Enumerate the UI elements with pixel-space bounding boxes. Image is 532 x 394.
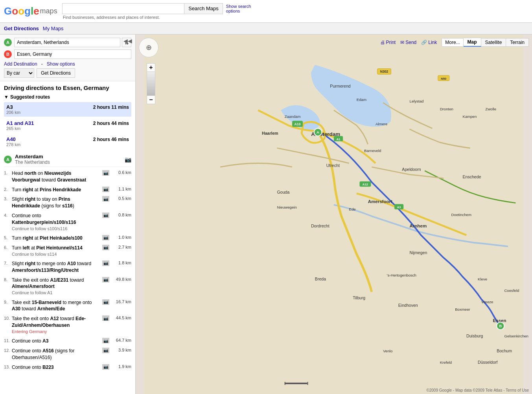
- step-7-text: Slight right to merge onto A10 toward Am…: [12, 260, 100, 274]
- header: Google maps Search Maps Show search opti…: [0, 0, 532, 23]
- svg-text:Zaandam: Zaandam: [285, 114, 301, 119]
- transport-select[interactable]: By car By transit Walking: [4, 68, 34, 78]
- svg-text:A1: A1: [337, 137, 341, 141]
- link-link[interactable]: 🔗 Link: [421, 40, 437, 45]
- route-option-a3[interactable]: A3 2 hours 11 mins 206 km: [4, 102, 131, 117]
- route-a40-link[interactable]: A40: [6, 136, 16, 142]
- show-options-link[interactable]: Show options: [47, 61, 75, 67]
- step-2-dist: 1.1 km: [112, 187, 131, 191]
- step-10-text: Take the exit onto A12 toward Ede-Zuid/A…: [12, 315, 100, 335]
- route-a1-a31-link[interactable]: A1 and A31: [6, 120, 34, 126]
- step-3-row: 3. Slight right to stay on Prins Hendrik…: [4, 195, 131, 210]
- zoom-out-button[interactable]: −: [147, 95, 155, 104]
- step-12-num: 12.: [4, 348, 12, 353]
- route-a1-a31-name[interactable]: A1 and A31: [6, 120, 34, 126]
- step-9-text: Take exit 15-Barneveld to merge onto A30…: [12, 299, 100, 313]
- step-8-photo-icon[interactable]: 📷: [102, 277, 109, 282]
- suggested-routes-header[interactable]: ▼ Suggested routes: [4, 94, 131, 100]
- transport-row: By car By transit Walking Get Directions: [4, 68, 131, 78]
- step-2-photo-icon[interactable]: 📷: [102, 187, 109, 192]
- step-12-photo-icon[interactable]: 📷: [102, 348, 109, 353]
- step-1-photo-icon[interactable]: 📷: [102, 170, 109, 176]
- get-directions-button[interactable]: Get Directions: [37, 68, 75, 78]
- camera-icon[interactable]: 📷: [125, 156, 131, 163]
- step-9-dist: 16.7 km: [112, 299, 131, 304]
- send-label: Send: [405, 40, 416, 45]
- svg-text:Purmerend: Purmerend: [330, 84, 350, 88]
- origin-country: The Netherlands: [15, 159, 50, 165]
- zoom-slider[interactable]: [147, 72, 155, 95]
- print-link[interactable]: 🖨 Print: [380, 40, 396, 45]
- svg-text:Edam: Edam: [357, 97, 366, 102]
- directions-content: Driving directions to Essen, Germany ▼ S…: [0, 81, 135, 376]
- step-5-dist: 1.0 km: [112, 235, 131, 240]
- logo-o1: o: [12, 5, 18, 17]
- add-destination-link[interactable]: Add Destination: [4, 61, 37, 67]
- step-13-dist: 1.9 km: [112, 364, 131, 369]
- svg-text:Venlo: Venlo: [383, 349, 392, 353]
- step-5-num: 5.: [4, 235, 12, 240]
- map-area[interactable]: 🖨 Print ✉ Send 🔗 Link More... Map Satell…: [136, 35, 532, 394]
- more-button[interactable]: More...: [442, 38, 463, 47]
- step-3-photo-icon[interactable]: 📷: [102, 196, 109, 202]
- step-13-num: 13.: [4, 364, 12, 369]
- svg-text:A12: A12: [363, 183, 368, 186]
- show-search-options-link[interactable]: Show search options: [226, 4, 259, 13]
- svg-text:Dronten: Dronten: [440, 107, 453, 111]
- step-9-photo-icon[interactable]: 📷: [102, 299, 109, 305]
- search-button[interactable]: Search Maps: [184, 3, 223, 14]
- collapse-sidebar-button[interactable]: ◀◀: [123, 38, 132, 44]
- step-13-photo-icon[interactable]: 📷: [102, 364, 109, 370]
- step-4-photo-icon[interactable]: 📷: [102, 213, 109, 218]
- from-input[interactable]: [14, 38, 120, 47]
- svg-text:Barneveld: Barneveld: [364, 148, 381, 153]
- search-subtitle: Find businesses, addresses and places of…: [63, 15, 259, 20]
- step-6-num: 6.: [4, 245, 12, 250]
- step-11-text: Continue onto A3: [12, 338, 100, 345]
- svg-text:Apeldoorn: Apeldoorn: [402, 167, 421, 172]
- topnav: Get Directions My Maps: [0, 23, 532, 35]
- zoom-in-button[interactable]: +: [147, 63, 155, 72]
- logo-maps-text: maps: [40, 7, 57, 15]
- step-6-photo-icon[interactable]: 📷: [102, 245, 109, 250]
- svg-text:Kleve: Kleve: [478, 277, 487, 281]
- svg-text:Haarlem: Haarlem: [262, 131, 278, 136]
- route-a40-time: 2 hours 46 mins: [93, 137, 129, 142]
- step-11-num: 11.: [4, 338, 12, 343]
- step-5-photo-icon[interactable]: 📷: [102, 235, 109, 240]
- route-a1-a31-dist: 265 km: [6, 126, 129, 131]
- route-a3-name[interactable]: A3: [6, 104, 13, 110]
- step-3-text: Slight right to stay on Prins Hendrikkad…: [12, 196, 100, 209]
- svg-text:Dordrecht: Dordrecht: [311, 224, 330, 228]
- svg-text:Almere: Almere: [376, 122, 388, 126]
- map-type-satellite-button[interactable]: Satellite: [481, 38, 506, 47]
- step-10-photo-icon[interactable]: 📷: [102, 315, 109, 321]
- step-7-photo-icon[interactable]: 📷: [102, 260, 109, 266]
- map-canvas[interactable]: Amsterdam Amersfoort Apeldoorn Arnhem Ni…: [136, 35, 532, 394]
- map-type-map-button[interactable]: Map: [464, 38, 481, 47]
- my-maps-link[interactable]: My Maps: [43, 26, 64, 31]
- suggested-routes: ▼ Suggested routes A3 2 hours 11 mins 20…: [4, 94, 131, 149]
- origin-city: Amsterdam: [15, 154, 50, 159]
- step-11-photo-icon[interactable]: 📷: [102, 338, 109, 343]
- step-13-text: Continue onto B223: [12, 364, 100, 371]
- svg-text:Duisburg: Duisburg: [466, 334, 483, 338]
- map-type-terrain-button[interactable]: Terrain: [506, 38, 529, 47]
- logo-o2: o: [18, 5, 24, 17]
- svg-text:Lelystad: Lelystad: [410, 99, 424, 103]
- logo-e: e: [33, 5, 39, 17]
- route-a40-name[interactable]: A40: [6, 136, 16, 142]
- waypoint-b-row: B: [4, 49, 131, 59]
- svg-text:N50: N50: [441, 77, 446, 81]
- search-input[interactable]: [62, 3, 184, 14]
- step-3-dist: 0.5 km: [112, 196, 131, 201]
- pan-control[interactable]: ⊕: [139, 38, 158, 57]
- route-option-a1-a31[interactable]: A1 and A31 2 hours 44 mins 265 km: [4, 118, 131, 133]
- step-list: A Amsterdam The Netherlands 📷 1. Head no…: [4, 152, 131, 371]
- step-10-row: 10. Take the exit onto A12 toward Ede-Zu…: [4, 315, 131, 335]
- get-directions-link[interactable]: Get Directions: [4, 26, 39, 31]
- svg-text:Tilburg: Tilburg: [353, 295, 365, 300]
- route-option-a40[interactable]: A40 2 hours 46 mins 278 km: [4, 134, 131, 149]
- to-input[interactable]: [14, 49, 131, 59]
- send-link[interactable]: ✉ Send: [400, 40, 416, 45]
